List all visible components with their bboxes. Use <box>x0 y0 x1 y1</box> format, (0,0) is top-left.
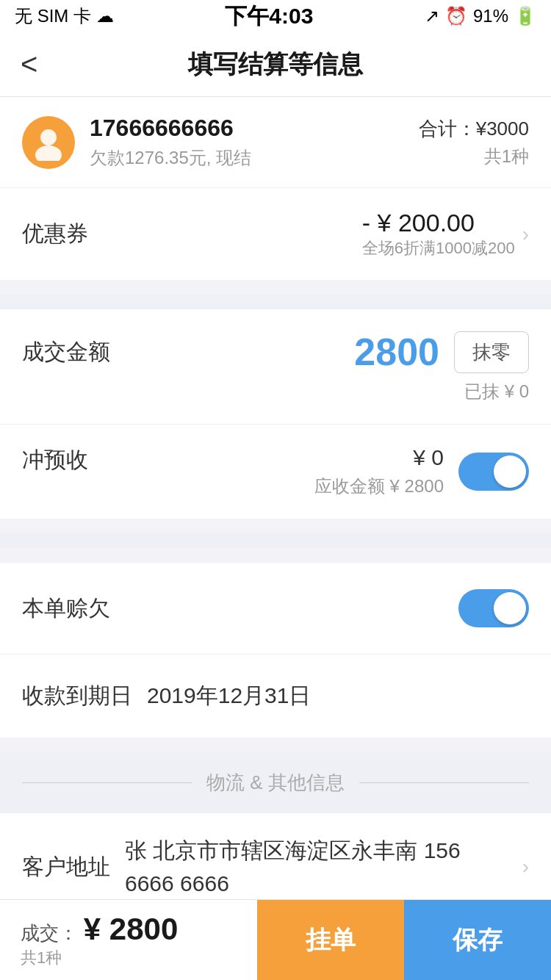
back-button[interactable]: < <box>21 48 37 81</box>
due-label: 收款到期日 <box>22 681 132 711</box>
due-section: 收款到期日 2019年12月31日 <box>0 654 551 738</box>
page-title: 填写结算等信息 <box>188 48 363 82</box>
logistics-line-left <box>22 782 192 783</box>
amount-card: 成交金额 2800 抹零 已抹 ¥ 0 冲预收 ¥ 0 应收金额 ¥ 2800 <box>0 309 551 519</box>
user-right: 合计：¥3000 共1种 <box>419 116 529 168</box>
round-button[interactable]: 抹零 <box>454 331 529 373</box>
logistics-section: 物流 & 其他信息 <box>0 752 551 813</box>
debt-label: 本单赊欠 <box>22 594 110 624</box>
save-button[interactable]: 保存 <box>404 900 551 980</box>
amount-row: 成交金额 2800 抹零 <box>22 330 529 374</box>
user-phone: 17666666666 <box>90 115 251 142</box>
status-right: ↗ ⏰ 91% 🔋 <box>425 6 536 26</box>
prepay-right: ¥ 0 应收金额 ¥ 2800 <box>314 445 529 498</box>
address-chevron-icon: › <box>522 855 529 879</box>
prepay-toggle[interactable] <box>458 453 529 491</box>
nav-bar: < 填写结算等信息 <box>0 32 551 97</box>
coupon-label: 优惠券 <box>22 219 88 249</box>
section-divider-1 <box>0 295 551 309</box>
prepay-amount: ¥ 0 <box>314 445 444 470</box>
status-time: 下午4:03 <box>225 1 313 32</box>
address-value: 张 北京市市辖区海淀区永丰南 156 6666 6666 <box>125 834 515 900</box>
user-debt: 欠款1276.35元, 现结 <box>90 146 251 170</box>
prepay-label: 冲预收 <box>22 445 88 475</box>
due-value: 2019年12月31日 <box>147 681 311 711</box>
address-label: 客户地址 <box>22 852 125 882</box>
user-info: 17666666666 欠款1276.35元, 现结 <box>90 115 251 170</box>
bottom-transaction-count: 共1种 <box>21 947 237 969</box>
bottom-summary: 成交： ¥ 2800 共1种 <box>0 900 257 980</box>
chevron-right-icon: › <box>522 223 529 246</box>
coupon-desc: 全场6折满1000减200 <box>362 237 515 259</box>
amount-label: 成交金额 <box>22 337 110 367</box>
logistics-line-right <box>359 782 529 783</box>
svg-point-1 <box>35 145 62 161</box>
amount-right: 2800 抹零 <box>354 330 529 374</box>
battery-icon: 🔋 <box>514 6 536 26</box>
status-bar: 无 SIM 卡 ☁ 下午4:03 ↗ ⏰ 91% 🔋 <box>0 0 551 32</box>
avatar <box>22 116 75 169</box>
bottom-transaction-label: 成交： <box>21 922 78 944</box>
bottom-transaction-amount: ¥ 2800 <box>84 912 178 946</box>
coupon-right: - ¥ 200.00 全场6折满1000减200 › <box>362 209 529 259</box>
hang-button[interactable]: 挂单 <box>257 900 404 980</box>
bottom-bar: 成交： ¥ 2800 共1种 挂单 保存 <box>0 899 551 980</box>
amount-section: 成交金额 2800 抹零 已抹 ¥ 0 <box>0 309 551 424</box>
total-count: 共1种 <box>419 145 529 168</box>
user-card: 17666666666 欠款1276.35元, 现结 合计：¥3000 共1种 … <box>0 97 551 280</box>
toggle-knob <box>494 455 526 488</box>
total-amount: 合计：¥3000 <box>419 116 529 142</box>
coupon-row[interactable]: 优惠券 - ¥ 200.00 全场6折满1000减200 › <box>0 188 551 280</box>
location-icon: ↗ <box>425 6 439 26</box>
amount-value: 2800 <box>354 330 439 374</box>
svg-point-0 <box>40 129 57 145</box>
user-row: 17666666666 欠款1276.35元, 现结 合计：¥3000 共1种 <box>0 97 551 188</box>
avatar-icon <box>30 124 67 161</box>
battery-label: 91% <box>473 6 508 26</box>
coupon-discount: - ¥ 200.00 <box>362 209 515 237</box>
bottom-transaction-row: 成交： ¥ 2800 <box>21 912 237 947</box>
debt-toggle-knob <box>494 592 526 624</box>
prepay-section: 冲预收 ¥ 0 应收金额 ¥ 2800 <box>0 424 551 519</box>
status-left: 无 SIM 卡 ☁ <box>15 4 114 28</box>
amount-sub: 已抹 ¥ 0 <box>22 380 529 403</box>
logistics-text: 物流 & 其他信息 <box>206 770 345 796</box>
sim-label: 无 SIM 卡 ☁ <box>15 4 114 28</box>
section-divider-2 <box>0 533 551 548</box>
user-left: 17666666666 欠款1276.35元, 现结 <box>22 115 251 170</box>
prepay-row: 冲预收 ¥ 0 应收金额 ¥ 2800 <box>22 445 529 498</box>
debt-card: 本单赊欠 收款到期日 2019年12月31日 <box>0 563 551 738</box>
alarm-icon: ⏰ <box>445 6 467 26</box>
debt-toggle[interactable] <box>458 589 529 627</box>
due-row: 收款到期日 2019年12月31日 <box>22 681 529 711</box>
prepay-sub: 应收金额 ¥ 2800 <box>314 475 444 498</box>
debt-section: 本单赊欠 <box>0 563 551 654</box>
